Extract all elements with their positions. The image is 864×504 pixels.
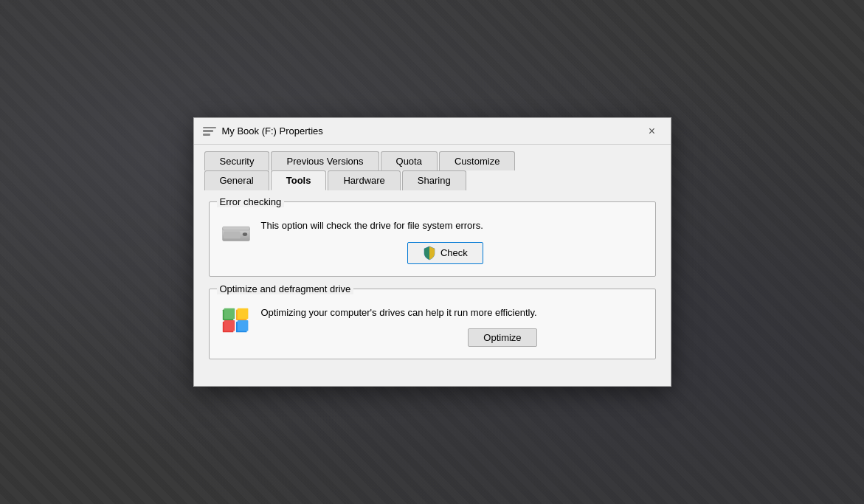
svg-rect-1 [222,227,249,230]
error-checking-body: This option will check the drive for fil… [221,218,643,264]
defrag-icon [221,305,251,335]
hdd-icon-svg [221,223,251,244]
error-checking-section: Error checking [209,201,656,277]
drive-icon [221,218,251,248]
svg-rect-9 [237,320,248,331]
tabs-row-1: Security Previous Versions Quota Customi… [204,151,660,170]
optimize-label: Optimize and defragment drive [217,283,354,294]
svg-rect-7 [224,308,235,319]
check-button-row: Check [261,242,483,264]
error-checking-text: This option will check the drive for fil… [261,218,483,264]
properties-dialog: My Book (F:) Properties × Security Previ… [193,117,671,387]
title-bar-left: My Book (F:) Properties [203,125,323,137]
tab-general[interactable]: General [204,170,269,190]
svg-rect-5 [224,320,235,331]
defrag-icon-svg [221,304,251,336]
optimize-section: Optimize and defragment drive [209,289,656,360]
svg-rect-11 [237,308,248,319]
svg-rect-3 [242,232,246,236]
title-bar: My Book (F:) Properties × [194,118,671,145]
tab-tools[interactable]: Tools [271,170,327,190]
error-checking-label: Error checking [217,196,285,207]
tab-sharing[interactable]: Sharing [402,170,466,190]
tab-content: Error checking [194,190,671,386]
check-button[interactable]: Check [407,242,483,264]
optimize-body: Optimizing your computer's drives can he… [221,305,643,348]
drive-icon-small [203,127,216,136]
tabs-row-2: General Tools Hardware Sharing [204,170,660,190]
tabs-container: Security Previous Versions Quota Customi… [194,145,671,190]
optimize-text-area: Optimizing your computer's drives can he… [261,305,537,348]
svg-rect-2 [224,232,240,239]
uac-shield-icon [423,246,436,260]
tab-quota[interactable]: Quota [381,151,438,170]
dialog-title: My Book (F:) Properties [222,125,323,137]
tab-hardware[interactable]: Hardware [328,170,400,190]
tab-customize[interactable]: Customize [439,151,515,170]
optimize-button[interactable]: Optimize [468,328,536,347]
tab-security[interactable]: Security [204,151,270,170]
optimize-button-row: Optimize [261,328,537,347]
close-button[interactable]: × [643,122,662,141]
tab-previous-versions[interactable]: Previous Versions [271,151,379,170]
